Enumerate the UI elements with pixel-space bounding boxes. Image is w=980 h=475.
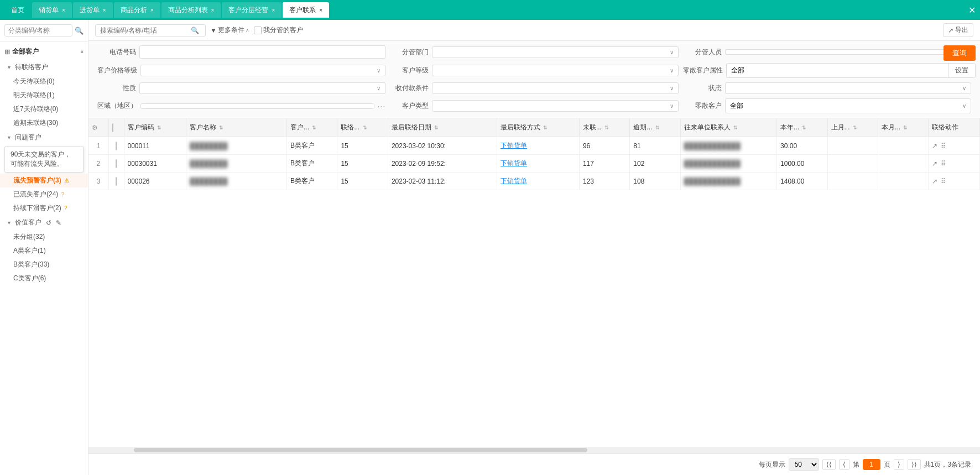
sidebar-search-input[interactable] [4,24,72,36]
sort-icon-person[interactable]: ⇅ [733,125,738,131]
contact-action-icon[interactable]: ↗ [932,160,937,168]
sidebar-item-already-lost[interactable]: 已流失客户(24) ? [0,187,88,201]
sort-icon-this-year[interactable]: ⇅ [802,125,806,131]
horizontal-scrollbar[interactable] [88,447,980,453]
manager-label: 分管人员 [683,48,722,57]
tree-group-value-text: 价值客户 [15,218,41,227]
export-button[interactable]: ↗ 导出 [943,23,973,37]
query-button[interactable]: 查询 [943,45,976,61]
edit-icon[interactable]: ✎ [56,219,61,227]
sidebar-item-today-pending[interactable]: 今天待联络(0) [0,75,88,88]
sort-icon-name[interactable]: ⇅ [219,125,223,131]
sort-icon-way[interactable]: ⇅ [543,125,548,131]
my-customers-checkbox[interactable]: 我分管的客户 [254,25,303,35]
row-checkbox-1[interactable] [116,159,117,168]
tree-group-value-label[interactable]: ▼ 价值客户 ↺ ✎ [0,215,88,230]
refresh-icon[interactable]: ↺ [46,219,51,227]
collapse-button[interactable]: « [80,49,84,55]
filter-search-input[interactable] [100,27,189,34]
cell-index: 3 [88,173,108,190]
phone-input[interactable] [139,45,385,59]
sidebar-item-7days-pending[interactable]: 近7天待联络(0) [0,102,88,116]
sidebar-item-declining[interactable]: 持续下滑客户(2) ? [0,201,88,215]
prev-page-button[interactable]: ⟨ [839,459,849,470]
tab-sales[interactable]: 销货单 × [32,2,72,18]
more-action-icon[interactable]: ⠿ [941,160,946,168]
sidebar-item-class-c[interactable]: C类客户(6) [0,272,88,285]
per-page-select[interactable]: 50 100 [789,458,819,471]
current-page-input[interactable] [863,459,880,470]
last-way-link[interactable]: 下销货单 [501,142,527,149]
settings-button[interactable]: 设置 [948,63,976,78]
customer-level-select[interactable]: ∨ [432,65,678,76]
first-page-button[interactable]: ⟨⟨ [822,459,836,470]
retail-customer-select[interactable]: 全部 ∨ [725,98,971,113]
scrollbar-thumb[interactable] [134,448,587,452]
row-checkbox-0[interactable] [116,142,117,150]
sort-icon-contact[interactable]: ⇅ [363,125,367,131]
tab-home[interactable]: 首页 [4,2,31,18]
region-select[interactable] [140,103,374,109]
tab-customer-contact-close[interactable]: × [319,7,322,13]
select-all-checkbox[interactable] [112,123,113,132]
last-page-button[interactable]: ⟩⟩ [908,459,921,470]
sidebar-search-icon[interactable]: 🔍 [75,27,84,35]
price-level-select[interactable]: ∨ [140,65,385,76]
sort-icon-code[interactable]: ⇅ [157,125,161,131]
column-settings-icon[interactable]: ⚙ [92,124,98,132]
sidebar-item-ungrouped[interactable]: 未分组(32) [0,230,88,244]
tree-root-all-customers[interactable]: ⊞ 全部客户 « [0,44,88,60]
sidebar-item-overdue-contact[interactable]: 逾期未联络(30) [0,116,88,130]
tab-product-list[interactable]: 商品分析列表 × [161,2,221,18]
retail-attr-select[interactable]: 全部 ∨ [726,63,971,78]
manager-select[interactable] [725,49,960,55]
tab-product-analysis[interactable]: 商品分析 × [114,2,160,18]
tab-customer-tier[interactable]: 客户分层经营 × [222,2,282,18]
th-last-month: 上月... ⇅ [827,118,878,137]
last-way-link[interactable]: 下销货单 [501,177,527,185]
filter-search-icon[interactable]: 🔍 [191,27,199,34]
row-checkbox-2[interactable] [116,177,117,186]
dept-select[interactable]: ∨ [432,46,678,58]
tree-group-pending-label[interactable]: ▼ 待联络客户 [0,60,88,75]
nature-select[interactable]: ∨ [139,82,385,94]
more-conditions-button[interactable]: ▼ 更多条件 ∧ [210,25,249,35]
cell-last-way: 下销货单 [497,173,579,190]
sort-icon-this-month[interactable]: ⇅ [903,125,908,131]
sort-icon-type[interactable]: ⇅ [312,125,316,131]
tab-product-analysis-close[interactable]: × [150,7,154,13]
contact-action-icon[interactable]: ↗ [932,142,937,150]
last-way-link[interactable]: 下销货单 [501,159,527,167]
cell-code: 00030031 [124,155,186,173]
sort-icon-last-month[interactable]: ⇅ [853,125,857,131]
contact-action-icon[interactable]: ↗ [932,178,937,185]
next-page-button[interactable]: ⟩ [894,459,904,470]
more-action-icon[interactable]: ⠿ [941,142,946,150]
tab-purchase[interactable]: 进货单 × [73,2,113,18]
sort-icon-uncontact[interactable]: ⇅ [604,125,609,131]
sort-icon-date[interactable]: ⇅ [434,125,439,131]
sidebar-item-class-a[interactable]: A类客户(1) [0,244,88,258]
tab-customer-contact[interactable]: 客户联系 × [283,2,329,18]
more-action-icon[interactable]: ⠿ [941,178,946,185]
tab-customer-contact-label: 客户联系 [289,6,316,15]
status-select[interactable]: ∨ [725,82,971,94]
tree-group-problem-label[interactable]: ▼ 问题客户 [0,130,88,145]
retail-customer-value: 全部 [730,101,743,111]
customer-type-select[interactable]: ∨ [432,100,678,112]
region-dots[interactable]: ··· [378,102,386,111]
sidebar-item-tomorrow-pending[interactable]: 明天待联络(1) [0,88,88,102]
sort-icon-overdue[interactable]: ⇅ [655,125,660,131]
tab-purchase-close[interactable]: × [103,7,106,13]
tab-product-list-close[interactable]: × [211,7,215,13]
close-app-button[interactable]: ✕ [968,5,976,15]
sidebar-item-churn-warning[interactable]: 流失预警客户(3) ⚠ [0,174,88,187]
customer-type-label: 客户类型 [390,101,429,111]
payment-select[interactable]: ∨ [432,82,678,94]
tab-customer-tier-close[interactable]: × [272,7,275,13]
my-customers-cb-box[interactable] [254,27,262,34]
export-label: 导出 [955,25,968,35]
tab-sales-close[interactable]: × [62,7,65,13]
sidebar-item-class-b[interactable]: B类客户(33) [0,258,88,272]
cell-actions: ↗ ⠿ [929,155,980,173]
